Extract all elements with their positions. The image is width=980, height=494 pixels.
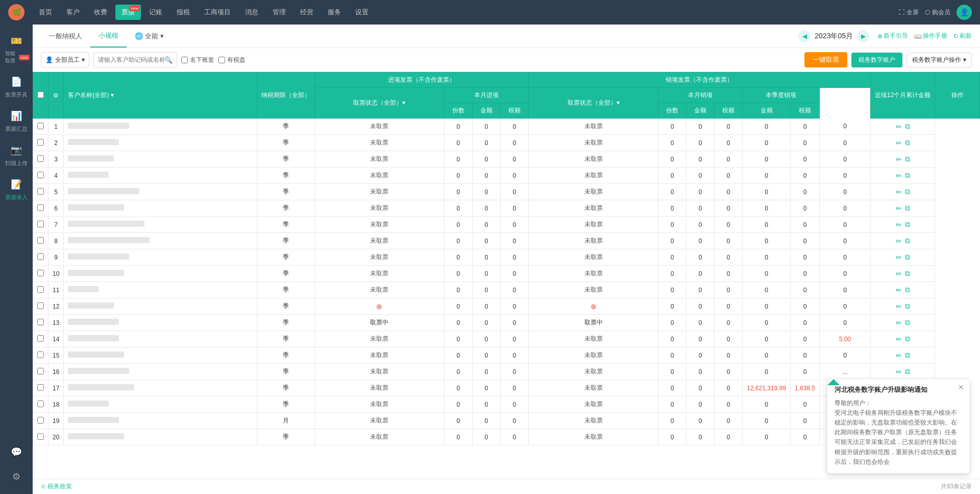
row-out-status[interactable]: 未取票 xyxy=(528,429,658,445)
row-out-status[interactable]: 未取票 xyxy=(528,331,658,347)
row-edit-btn[interactable]: ✏ xyxy=(896,188,902,196)
row-checkbox-cell[interactable] xyxy=(33,119,48,135)
row-copy-btn[interactable]: ⧉ xyxy=(905,204,910,213)
row-copy-btn[interactable]: ⧉ xyxy=(905,335,910,343)
row-edit-btn[interactable]: ✏ xyxy=(896,302,902,311)
row-checkbox-cell[interactable] xyxy=(33,396,48,413)
row-client-name[interactable] xyxy=(64,200,257,217)
app-logo[interactable]: 🌿 xyxy=(8,4,24,20)
row-out-status[interactable]: 未取票 xyxy=(528,364,658,380)
sidebar-chat-btn[interactable]: 💬 xyxy=(6,440,27,464)
row-edit-btn[interactable]: ✏ xyxy=(896,253,902,262)
nav-business[interactable]: 工商项目 xyxy=(198,5,237,20)
month-prev-btn[interactable]: ◀ xyxy=(798,30,811,42)
row-copy-btn[interactable]: ⧉ xyxy=(905,155,910,163)
sidebar-item-invoice-issue[interactable]: 📄 发票开具 xyxy=(0,69,33,104)
nav-fees[interactable]: 收费 xyxy=(88,5,113,20)
row-checkbox-cell[interactable] xyxy=(33,184,48,200)
row-edit-btn[interactable]: ✏ xyxy=(896,123,902,131)
row-checkbox-cell[interactable] xyxy=(33,168,48,184)
row-checkbox-cell[interactable] xyxy=(33,380,48,396)
row-edit-btn[interactable]: ✏ xyxy=(896,237,902,245)
row-client-name[interactable] xyxy=(64,298,257,315)
row-client-name[interactable] xyxy=(64,249,257,266)
row-client-name[interactable] xyxy=(64,135,257,151)
row-edit-btn[interactable]: ✏ xyxy=(896,155,902,163)
row-client-name[interactable] xyxy=(64,413,257,429)
row-checkbox-cell[interactable] xyxy=(33,413,48,429)
row-in-status[interactable]: 未取票 xyxy=(314,331,444,347)
row-checkbox-cell[interactable] xyxy=(33,249,48,266)
refresh-btn[interactable]: ↻ 刷新 xyxy=(953,32,972,40)
row-edit-btn[interactable]: ✏ xyxy=(896,270,902,278)
row-copy-btn[interactable]: ⧉ xyxy=(905,122,910,131)
row-in-status[interactable]: 取票中 xyxy=(314,315,444,331)
row-copy-btn[interactable]: ⧉ xyxy=(905,253,910,262)
row-client-name[interactable] xyxy=(64,168,257,184)
sidebar-item-smart-ticket[interactable]: 🎫 智能取票 new xyxy=(0,29,33,69)
row-checkbox-cell[interactable] xyxy=(33,364,48,380)
row-client-name[interactable] xyxy=(64,347,257,364)
row-in-status[interactable]: 未取票 xyxy=(314,380,444,396)
row-checkbox-cell[interactable] xyxy=(33,331,48,347)
th-in-status[interactable]: 取票状态（全部）▾ xyxy=(314,88,444,119)
row-out-status[interactable]: 未取票 xyxy=(528,347,658,364)
row-out-status[interactable]: 未取票 xyxy=(528,217,658,233)
th-out-status[interactable]: 取票状态（全部）▾ xyxy=(528,88,658,119)
client-search-box[interactable]: 🔍 xyxy=(93,52,177,67)
row-checkbox[interactable] xyxy=(37,188,44,195)
row-in-status[interactable]: 未取票 xyxy=(314,233,444,249)
row-copy-btn[interactable]: ⧉ xyxy=(905,187,910,196)
nav-services[interactable]: 服务 xyxy=(322,5,347,20)
row-checkbox[interactable] xyxy=(37,237,44,244)
row-out-status[interactable]: 未取票 xyxy=(528,151,658,168)
nav-management[interactable]: 管理 xyxy=(266,5,292,20)
row-checkbox[interactable] xyxy=(37,139,44,146)
tax-policy-link[interactable]: ⊙ 税务政策 xyxy=(41,482,72,491)
row-in-status[interactable]: 未取票 xyxy=(314,396,444,413)
tab-general-taxpayer[interactable]: 一般纳税人 xyxy=(41,26,90,47)
row-copy-btn[interactable]: ⧉ xyxy=(905,367,910,376)
row-edit-btn[interactable]: ✏ xyxy=(896,368,902,376)
row-edit-btn[interactable]: ✏ xyxy=(896,319,902,327)
row-out-status[interactable]: 未取票 xyxy=(528,233,658,249)
row-checkbox[interactable] xyxy=(37,253,44,260)
row-checkbox-cell[interactable] xyxy=(33,200,48,217)
nav-tax[interactable]: 报税 xyxy=(170,5,196,20)
row-checkbox[interactable] xyxy=(37,401,44,407)
row-client-name[interactable] xyxy=(64,364,257,380)
sidebar-item-ticket-entry[interactable]: 📝 票据录入 xyxy=(0,172,33,206)
row-in-status[interactable]: 未取票 xyxy=(314,413,444,429)
checkbox-under-account-input[interactable] xyxy=(181,57,188,63)
row-copy-btn[interactable]: ⧉ xyxy=(905,171,910,180)
client-search-input[interactable] xyxy=(98,56,164,63)
row-edit-btn[interactable]: ✏ xyxy=(896,221,902,229)
row-edit-btn[interactable]: ✏ xyxy=(896,172,902,180)
row-out-status[interactable]: 未取票 xyxy=(528,380,658,396)
sidebar-settings-btn[interactable]: ⚙ xyxy=(6,464,27,489)
row-out-status[interactable]: 未取票 xyxy=(528,135,658,151)
row-copy-btn[interactable]: ⧉ xyxy=(905,220,910,229)
tab-small-scale[interactable]: 小规模 xyxy=(90,25,127,48)
sidebar-item-ticket-summary[interactable]: 📊 票据汇总 xyxy=(0,104,33,138)
one-click-ticket-btn[interactable]: 一键取票 xyxy=(804,52,847,67)
nav-settings[interactable]: 设置 xyxy=(349,5,375,20)
row-in-status[interactable]: 未取票 xyxy=(314,119,444,135)
row-out-status[interactable]: 未取票 xyxy=(528,168,658,184)
row-checkbox-cell[interactable] xyxy=(33,298,48,315)
sidebar-item-scan-upload[interactable]: 📷 扫描上传 xyxy=(0,138,33,172)
row-checkbox[interactable] xyxy=(37,286,44,293)
row-checkbox-cell[interactable] xyxy=(33,151,48,168)
row-in-status[interactable]: 未取票 xyxy=(314,282,444,298)
digital-ops-btn[interactable]: 税务数字账户操作 ▾ xyxy=(906,53,972,67)
row-client-name[interactable] xyxy=(64,282,257,298)
row-checkbox[interactable] xyxy=(37,433,44,440)
row-checkbox[interactable] xyxy=(37,368,44,374)
row-edit-btn[interactable]: ✏ xyxy=(896,351,902,360)
nav-home[interactable]: 首页 xyxy=(33,5,58,20)
row-checkbox[interactable] xyxy=(37,351,44,358)
row-client-name[interactable] xyxy=(64,380,257,396)
row-copy-btn[interactable]: ⧉ xyxy=(905,318,910,327)
row-checkbox[interactable] xyxy=(37,417,44,424)
row-client-name[interactable] xyxy=(64,151,257,168)
